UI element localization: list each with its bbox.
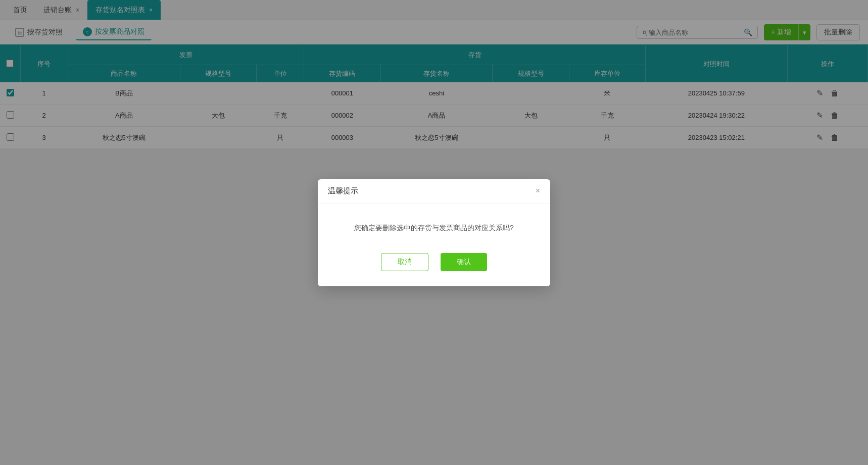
- overlay: 温馨提示 × 您确定要删除选中的存货与发票商品的对应关系吗? 取消 确认: [0, 0, 868, 149]
